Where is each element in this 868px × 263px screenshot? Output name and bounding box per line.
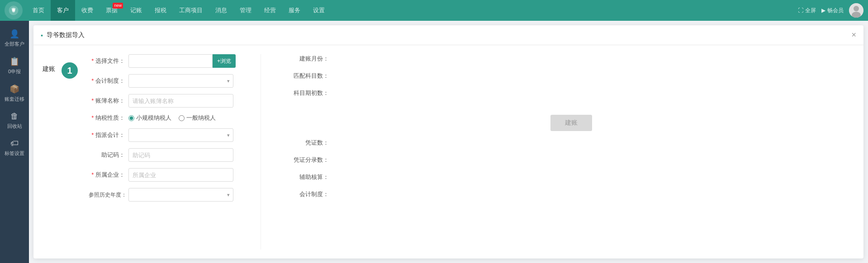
nav-settings[interactable]: 设置 <box>307 0 331 21</box>
sidebar-item-zero-report[interactable]: 📋 0申报 <box>2 53 27 79</box>
svg-point-1 <box>12 9 15 11</box>
month-label: 建账月份： <box>288 55 329 63</box>
modal-header: ▪ 导爷数据导入 × <box>33 25 863 45</box>
modal-body: 建账 1 * 选择文件： +浏览 <box>33 45 863 258</box>
sidebar-item-recycle[interactable]: 🗑 回收站 <box>2 108 27 133</box>
month-row: 建账月份： <box>288 54 854 63</box>
accountant-row: * 指派会计： <box>89 128 233 142</box>
nav-services[interactable]: 服务 <box>282 0 307 21</box>
import-icon: ▪ <box>41 32 43 39</box>
tax-type-radio-group: 小规模纳税人 一般纳税人 <box>128 114 233 122</box>
trash-icon: 🗑 <box>10 112 19 121</box>
match-subjects-value <box>332 71 854 80</box>
ledger-name-label: * 账簿名称： <box>89 97 125 105</box>
step-label: 建账 <box>43 65 55 73</box>
nav-messages[interactable]: 消息 <box>209 0 233 21</box>
sidebar-item-migrate[interactable]: 📦 账套迁移 <box>2 80 27 106</box>
user-icon: 👤 <box>9 29 19 39</box>
voucher-records-value <box>332 155 854 164</box>
create-account-button[interactable]: 建账 <box>550 115 592 131</box>
modal-card: ▪ 导爷数据导入 × 建账 1 <box>33 25 863 258</box>
reference-year-row: 参照历史年度： <box>89 188 233 202</box>
nav-business[interactable]: 工商项目 <box>173 0 209 21</box>
ledger-name-input[interactable] <box>128 94 233 108</box>
voucher-count-label: 凭证数： <box>288 139 329 147</box>
nav-management[interactable]: 管理 <box>233 0 258 21</box>
browse-button[interactable]: +浏览 <box>213 54 236 68</box>
right-accounting-system-value <box>332 190 854 199</box>
vip-btn[interactable]: ▶ 畅会员 <box>821 7 844 14</box>
memo-code-label: 助记码： <box>89 151 125 159</box>
user-avatar[interactable] <box>849 3 863 18</box>
modal-title: 导爷数据导入 <box>47 31 85 39</box>
sidebar-item-all-customers[interactable]: 👤 全部客户 <box>2 25 27 51</box>
subject-initial-value <box>332 89 854 98</box>
voucher-records-row: 凭证分录数： <box>288 155 854 164</box>
form-section: * 选择文件： +浏览 * 会计制度： <box>89 54 233 208</box>
voucher-count-value <box>332 138 854 147</box>
nav-bookkeeping[interactable]: 记账 <box>124 0 148 21</box>
memo-code-row: 助记码： <box>89 148 233 162</box>
fullscreen-icon: ⛶ <box>798 7 803 14</box>
voucher-records-label: 凭证分录数： <box>288 156 329 164</box>
report-icon: 📋 <box>9 56 19 66</box>
accounting-system-select-wrapper <box>128 74 233 88</box>
match-subjects-label: 匹配科目数： <box>288 72 329 80</box>
reference-year-select-wrapper <box>128 188 233 202</box>
new-badge: new <box>113 3 123 9</box>
sidebar: 👤 全部客户 📋 0申报 📦 账套迁移 🗑 回收站 🏷 标签设置 <box>0 21 29 263</box>
subject-initial-label: 科目期初数： <box>288 89 329 97</box>
accountant-label: * 指派会计： <box>89 131 125 139</box>
accounting-system-row: * 会计制度： <box>89 74 233 88</box>
company-input[interactable] <box>128 168 233 182</box>
auxiliary-value <box>332 173 854 182</box>
top-nav: 首页 客户 收费 票据 new 记账 报税 工商项目 消息 管理 经营 服务 设… <box>0 0 868 21</box>
match-subjects-row: 匹配科目数： <box>288 71 854 80</box>
right-accounting-system-row: 会计制度： <box>288 190 854 199</box>
logo <box>5 1 23 19</box>
accountant-select-wrapper <box>128 128 233 142</box>
vertical-divider <box>261 54 261 249</box>
nav-customers[interactable]: 客户 <box>51 0 75 21</box>
left-panel: 建账 1 * 选择文件： +浏览 <box>43 54 233 249</box>
file-label: * 选择文件： <box>89 57 125 65</box>
step-badge: 1 <box>62 62 78 79</box>
auxiliary-label: 辅助核算： <box>288 173 329 181</box>
nav-billing[interactable]: 收费 <box>75 0 100 21</box>
fullscreen-btn[interactable]: ⛶ 全屏 <box>798 7 816 14</box>
file-path-input[interactable] <box>128 54 213 68</box>
right-panel: 建账月份： 匹配科目数： 科目期初数： 建账 <box>288 54 854 249</box>
right-accounting-system-label: 会计制度： <box>288 190 329 198</box>
reference-year-label: 参照历史年度： <box>89 191 125 199</box>
nav-invoices[interactable]: 票据 new <box>100 0 124 21</box>
nav-right: ⛶ 全屏 ▶ 畅会员 <box>798 3 863 18</box>
accountant-select[interactable] <box>128 128 233 142</box>
memo-code-input[interactable] <box>128 148 233 162</box>
auxiliary-row: 辅助核算： <box>288 173 854 182</box>
nav-items: 首页 客户 收费 票据 new 记账 报税 工商项目 消息 管理 经营 服务 设… <box>26 0 798 21</box>
company-row: * 所属企业： <box>89 168 233 182</box>
accounting-system-label: * 会计制度： <box>89 77 125 85</box>
accounting-system-select[interactable] <box>128 74 233 88</box>
tag-icon: 🏷 <box>10 139 19 148</box>
file-row: * 选择文件： +浏览 <box>89 54 233 68</box>
voucher-count-row: 凭证数： <box>288 138 854 147</box>
nav-tax[interactable]: 报税 <box>148 0 173 21</box>
svg-point-3 <box>854 6 859 11</box>
main-layout: 👤 全部客户 📋 0申报 📦 账套迁移 🗑 回收站 🏷 标签设置 ▪ 导爷数据导… <box>0 21 868 263</box>
sidebar-item-tags[interactable]: 🏷 标签设置 <box>2 135 27 160</box>
company-label: * 所属企业： <box>89 171 125 179</box>
month-value <box>332 54 854 63</box>
file-input-group: +浏览 <box>128 54 236 68</box>
tax-type-label: * 纳税性质： <box>89 114 125 122</box>
radio-small-scale[interactable]: 小规模纳税人 <box>128 114 171 122</box>
reference-year-select[interactable] <box>128 188 233 202</box>
tax-type-row: * 纳税性质： 小规模纳税人 一般纳税人 <box>89 114 233 122</box>
nav-home[interactable]: 首页 <box>26 0 51 21</box>
vip-icon: ▶ <box>821 7 825 14</box>
subject-initial-row: 科目期初数： <box>288 89 854 98</box>
content-area: ▪ 导爷数据导入 × 建账 1 <box>29 21 868 263</box>
radio-general[interactable]: 一般纳税人 <box>179 114 216 122</box>
close-button[interactable]: × <box>851 31 856 39</box>
nav-operations[interactable]: 经营 <box>258 0 282 21</box>
